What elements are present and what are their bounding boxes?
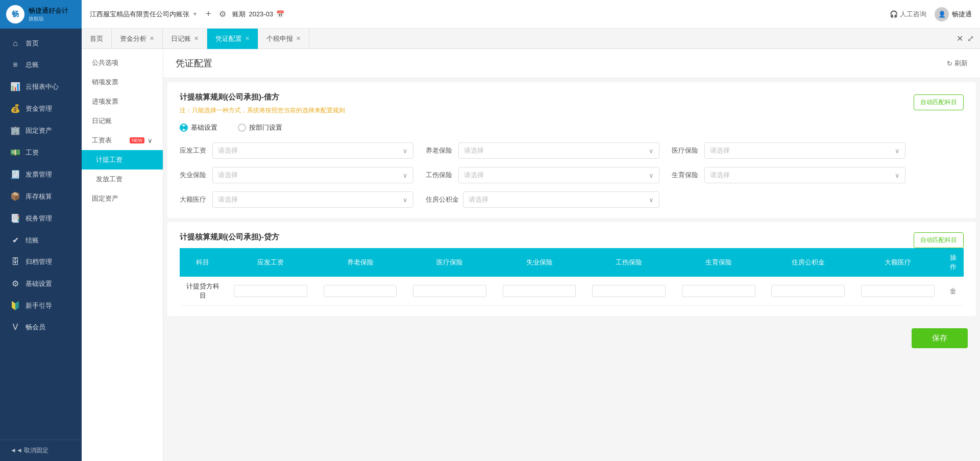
form-select-dayi[interactable]: 请选择 ∨: [212, 191, 413, 208]
menu-item-purchase[interactable]: 进项发票: [82, 92, 163, 111]
form-select-yiliao[interactable]: 请选择 ∨: [704, 142, 905, 159]
menu-label-fixed-assets: 固定资产: [92, 195, 118, 202]
save-button[interactable]: 保存: [912, 328, 968, 348]
form-label-dayi: 大额医疗: [180, 195, 208, 204]
radio-basic[interactable]: 基础设置: [180, 123, 217, 132]
cancel-pin-button[interactable]: ◄◄ 取消固定: [0, 440, 82, 461]
radio-dept-label: 按部门设置: [249, 123, 282, 132]
debit-auto-match-button[interactable]: 自动匹配科目: [914, 94, 964, 110]
menu-item-sales[interactable]: 销项发票: [82, 72, 163, 92]
sidebar-item-ledger[interactable]: ≡ 总账: [0, 54, 82, 76]
cell-zhufang: [764, 277, 853, 306]
panel: 凭证配置 ↻ 刷新 计提核算规则(公司承担)-借方 注：只能选择一种方式，系统将…: [163, 49, 980, 461]
input-gongshang[interactable]: [592, 285, 666, 297]
radio-basic-circle: [180, 124, 188, 132]
calendar-icon[interactable]: 📅: [276, 10, 284, 18]
delete-row-icon[interactable]: 🗑: [949, 287, 957, 295]
input-shengyu[interactable]: [682, 285, 755, 297]
sidebar-label-salary: 工资: [26, 148, 39, 157]
form-select-zhufang[interactable]: 请选择 ∨: [463, 191, 659, 208]
form-select-gongshang[interactable]: 请选择 ∨: [458, 167, 659, 183]
form-select-shengyu[interactable]: 请选择 ∨: [704, 167, 905, 183]
sidebar-label-close: 结账: [26, 236, 39, 245]
form-placeholder-shengyu: 请选择: [710, 171, 730, 180]
period-label: 账期: [232, 10, 246, 19]
refresh-button[interactable]: ↻ 刷新: [947, 59, 968, 68]
menu-sub-item-pay-salary[interactable]: 发放工资: [82, 169, 163, 189]
logo-subtitle: 旗舰版: [29, 15, 68, 22]
input-yanglao[interactable]: [324, 285, 397, 297]
sidebar-item-inventory[interactable]: 📦 库存核算: [0, 185, 82, 207]
form-select-yanglao[interactable]: 请选择 ∨: [458, 142, 659, 159]
maximize-icon[interactable]: ⤢: [967, 34, 974, 43]
close-window-icon[interactable]: ✕: [957, 34, 963, 43]
sidebar-label-funds: 资金管理: [26, 104, 52, 113]
select-chevron-shiye: ∨: [403, 172, 408, 179]
sidebar-item-archive[interactable]: 🗄 归档管理: [0, 251, 82, 273]
input-dayi[interactable]: [861, 285, 935, 297]
home-icon: ⌂: [10, 39, 20, 48]
service-button[interactable]: 🎧 人工咨询: [890, 10, 926, 19]
form-label-gongshang: 工伤保险: [426, 171, 454, 180]
sidebar-label-reports: 云报表中心: [26, 82, 59, 91]
debit-section-title: 计提核算规则(公司承担)-借方: [180, 92, 905, 102]
input-zhufang[interactable]: [771, 285, 845, 297]
credit-auto-match-button[interactable]: 自动匹配科目: [914, 232, 964, 248]
tab-voucher-config[interactable]: 凭证配置 ✕: [207, 29, 258, 49]
tab-home[interactable]: 首页: [82, 29, 112, 49]
service-label: 人工咨询: [900, 10, 926, 19]
sidebar-item-invoice[interactable]: 🧾 发票管理: [0, 163, 82, 185]
menu-item-public[interactable]: 公共选项: [82, 53, 163, 72]
sidebar-label-assets: 固定资产: [26, 126, 52, 135]
sidebar-item-tax[interactable]: 📑 税务管理: [0, 207, 82, 229]
input-yiliao[interactable]: [413, 285, 486, 297]
chevron-down-icon: ▼: [192, 11, 198, 17]
settings-gear-icon[interactable]: ⚙: [219, 9, 226, 19]
radio-dept[interactable]: 按部门设置: [238, 123, 282, 132]
form-select-shiye[interactable]: 请选择 ∨: [212, 167, 413, 183]
sidebar-item-member[interactable]: V 畅会员: [0, 317, 82, 338]
main-area: 江西服宝精品有限责任公司内账张 ▼ + ⚙ 账期 2023-03 📅 🎧 人工咨…: [82, 0, 980, 461]
sidebar-item-home[interactable]: ⌂ 首页: [0, 33, 82, 54]
sidebar-item-guide[interactable]: 🔰 新手引导: [0, 295, 82, 317]
sidebar-item-close[interactable]: ✔ 结账: [0, 229, 82, 251]
radio-group: 基础设置 按部门设置: [180, 123, 905, 132]
sidebar: 畅 畅捷通好会计 旗舰版 ⌂ 首页 ≡ 总账 📊 云报表中心 💰 资金管理 🏢 …: [0, 0, 82, 461]
input-yingfa[interactable]: [234, 285, 307, 297]
menu-item-journal[interactable]: 日记账: [82, 111, 163, 131]
invoice-icon: 🧾: [10, 169, 20, 179]
sidebar-item-reports[interactable]: 📊 云报表中心: [0, 76, 82, 98]
user-menu[interactable]: 👤 畅捷通: [935, 7, 972, 21]
form-select-yingfa[interactable]: 请选择 ∨: [212, 142, 413, 159]
sidebar-item-assets[interactable]: 🏢 固定资产: [0, 119, 82, 141]
radio-dept-circle: [238, 124, 246, 132]
form-placeholder-gongshang: 请选择: [464, 171, 484, 180]
new-badge: NEW: [130, 137, 144, 143]
form-item-gongshang: 工伤保险 请选择 ∨: [426, 167, 659, 183]
user-name: 畅捷通: [952, 10, 972, 19]
company-selector[interactable]: 江西服宝精品有限责任公司内账张 ▼: [90, 10, 198, 19]
col-header-dayi: 大额医疗: [853, 248, 943, 277]
sidebar-item-funds[interactable]: 💰 资金管理: [0, 98, 82, 119]
add-tab-button[interactable]: +: [204, 9, 213, 19]
content-area: 公共选项 销项发票 进项发票 日记账 工资表 NEW ∨ 计提工资: [82, 49, 980, 461]
menu-sub-item-calc-salary[interactable]: 计提工资: [82, 150, 163, 169]
select-chevron-yiliao: ∨: [895, 147, 900, 155]
tab-journal[interactable]: 日记账 ✕: [163, 29, 207, 49]
sidebar-item-salary[interactable]: 💵 工资: [0, 141, 82, 163]
tab-journal-close[interactable]: ✕: [194, 35, 199, 42]
col-header-yingfa: 应发工资: [226, 248, 315, 277]
tab-voucher-config-close[interactable]: ✕: [245, 35, 250, 42]
panel-title: 凭证配置: [176, 57, 212, 69]
tab-tax-report-close[interactable]: ✕: [296, 35, 301, 42]
menu-group-salary-table[interactable]: 工资表 NEW ∨: [82, 131, 163, 150]
menu-item-fixed-assets[interactable]: 固定资产: [82, 189, 163, 208]
ledger-icon: ≡: [10, 60, 20, 69]
tab-tax-report[interactable]: 个税申报 ✕: [258, 29, 309, 49]
sidebar-item-settings[interactable]: ⚙ 基础设置: [0, 273, 82, 295]
form-placeholder-yingfa: 请选择: [218, 146, 238, 155]
tab-funds-close[interactable]: ✕: [150, 35, 154, 42]
tab-funds[interactable]: 资金分析 ✕: [112, 29, 163, 49]
input-shiye[interactable]: [503, 285, 576, 297]
tax-icon: 📑: [10, 213, 20, 223]
